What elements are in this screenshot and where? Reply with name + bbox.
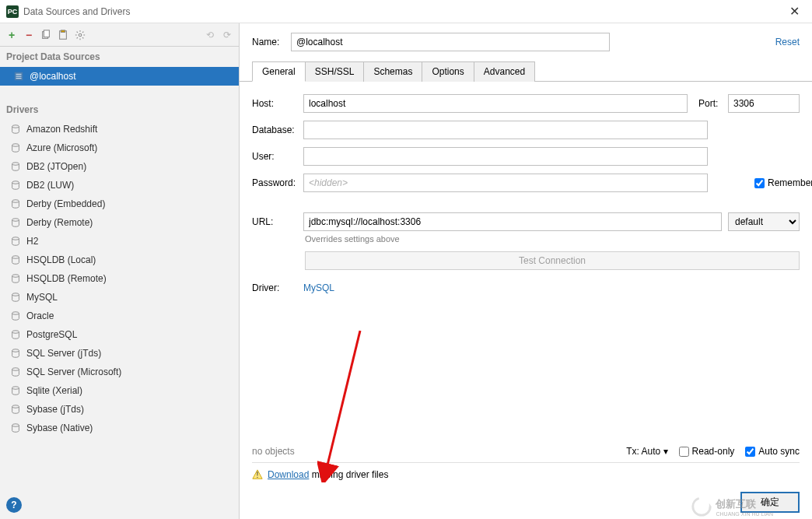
driver-icon	[9, 216, 22, 229]
driver-label: Amazon Redshift	[26, 124, 97, 135]
download-link[interactable]: Download	[268, 469, 309, 480]
readonly-checkbox[interactable]: Read-only	[679, 446, 735, 457]
driver-icon	[9, 254, 22, 266]
driver-icon	[9, 179, 22, 191]
driver-item[interactable]: Sqlite (Xerial)	[0, 381, 239, 400]
host-input[interactable]	[303, 94, 688, 113]
driver-icon	[9, 198, 22, 210]
remove-button[interactable]: −	[22, 28, 36, 42]
no-objects-label: no objects	[252, 446, 295, 457]
remember-password-input[interactable]	[754, 178, 765, 188]
driver-icon	[9, 142, 22, 154]
download-text: missing driver files	[309, 469, 388, 480]
driver-item[interactable]: Sybase (jTds)	[0, 400, 239, 419]
datasource-label: @localhost	[30, 71, 76, 82]
test-connection-button[interactable]: Test Connection	[305, 251, 800, 270]
copy-button[interactable]	[39, 28, 53, 42]
autosync-checkbox[interactable]: Auto sync	[745, 446, 800, 457]
sidebar: + − ⟲ ⟳ Project Data Sources @localhost	[0, 23, 240, 519]
driver-label: Sybase (jTds)	[26, 404, 84, 415]
name-input[interactable]	[291, 33, 610, 51]
tabs: GeneralSSH/SSLSchemasOptionsAdvanced	[240, 61, 812, 82]
help-button[interactable]: ?	[6, 497, 22, 513]
tab-options[interactable]: Options	[422, 61, 474, 82]
driver-label: SQL Server (Microsoft)	[26, 366, 121, 377]
database-label: Database:	[252, 124, 297, 135]
driver-icon	[9, 384, 22, 397]
tab-schemas[interactable]: Schemas	[363, 61, 422, 82]
driver-item[interactable]: Azure (Microsoft)	[0, 139, 239, 157]
svg-rect-3	[61, 30, 65, 32]
database-input[interactable]	[303, 121, 708, 139]
chevron-down-icon: ▾	[663, 446, 668, 457]
drivers-list: Amazon RedshiftAzure (Microsoft)DB2 (JTO…	[0, 120, 239, 519]
driver-item[interactable]: DB2 (LUW)	[0, 176, 239, 195]
settings-button[interactable]	[73, 28, 87, 42]
remember-password-checkbox[interactable]: Remember password	[754, 177, 800, 188]
driver-icon	[9, 403, 22, 416]
svg-point-25	[693, 498, 710, 515]
drivers-header: Drivers	[0, 100, 239, 120]
driver-item[interactable]: Amazon Redshift	[0, 120, 239, 139]
svg-point-18	[12, 349, 19, 352]
driver-item[interactable]: HSQLDB (Local)	[0, 251, 239, 269]
driver-item[interactable]: Sybase (Native)	[0, 419, 239, 437]
driver-item[interactable]: SQL Server (jTds)	[0, 344, 239, 363]
svg-point-6	[12, 125, 19, 128]
svg-point-19	[12, 368, 19, 371]
paste-button[interactable]	[56, 28, 70, 42]
driver-label: Oracle	[26, 310, 54, 321]
driver-item[interactable]: Derby (Remote)	[0, 213, 239, 232]
tx-control[interactable]: Tx: Auto ▾	[626, 446, 667, 457]
footer-status: no objects Tx: Auto ▾ Read-only Auto syn…	[252, 446, 800, 457]
add-button[interactable]: +	[5, 28, 19, 42]
port-input[interactable]	[728, 94, 800, 113]
undo-button[interactable]: ⟲	[203, 28, 217, 42]
close-icon[interactable]: ✕	[783, 4, 806, 19]
driver-label: Derby (Remote)	[26, 217, 93, 228]
arrow-annotation	[317, 327, 364, 482]
driver-icon	[9, 310, 22, 322]
driver-icon	[9, 235, 22, 247]
user-input[interactable]	[303, 147, 708, 166]
driver-icon	[9, 328, 22, 341]
driver-item[interactable]: SQL Server (Microsoft)	[0, 363, 239, 381]
driver-label: Derby (Embedded)	[26, 198, 105, 209]
driver-item[interactable]: DB2 (JTOpen)	[0, 157, 239, 176]
svg-point-14	[12, 275, 19, 278]
content-panel: Name: Reset GeneralSSH/SSLSchemasOptions…	[240, 23, 812, 519]
svg-point-22	[12, 424, 19, 427]
driver-item[interactable]: Derby (Embedded)	[0, 195, 239, 213]
password-input[interactable]	[303, 174, 708, 192]
driver-label: DB2 (LUW)	[26, 180, 74, 191]
driver-link[interactable]: MySQL	[303, 282, 334, 293]
driver-item[interactable]: PostgreSQL	[0, 325, 239, 344]
svg-point-10	[12, 200, 19, 203]
driver-icon	[9, 366, 22, 378]
tab-sshssl[interactable]: SSH/SSL	[305, 61, 365, 82]
driver-item[interactable]: H2	[0, 232, 239, 251]
driver-label: HSQLDB (Remote)	[26, 273, 107, 284]
port-label: Port:	[698, 98, 722, 109]
tab-advanced[interactable]: Advanced	[474, 61, 535, 82]
reset-link[interactable]: Reset	[775, 37, 800, 47]
driver-item[interactable]: MySQL	[0, 288, 239, 307]
svg-point-12	[12, 237, 19, 240]
redo-button[interactable]: ⟳	[220, 28, 234, 42]
url-mode-select[interactable]: default	[728, 212, 800, 231]
url-input[interactable]	[303, 212, 722, 231]
general-form: Host: Port: Database: User: Password: Re…	[240, 82, 812, 306]
svg-text:!: !	[257, 470, 259, 479]
driver-item[interactable]: Oracle	[0, 307, 239, 325]
driver-label: PostgreSQL	[26, 329, 77, 340]
svg-point-16	[12, 312, 19, 315]
svg-point-11	[12, 219, 19, 222]
sidebar-toolbar: + − ⟲ ⟳	[0, 23, 239, 47]
driver-label: Sybase (Native)	[26, 423, 93, 433]
driver-icon	[9, 160, 22, 173]
driver-item[interactable]: HSQLDB (Remote)	[0, 269, 239, 288]
datasource-localhost[interactable]: @localhost	[0, 67, 239, 86]
svg-point-13	[12, 256, 19, 259]
tab-general[interactable]: General	[252, 61, 306, 82]
driver-icon	[9, 291, 22, 303]
